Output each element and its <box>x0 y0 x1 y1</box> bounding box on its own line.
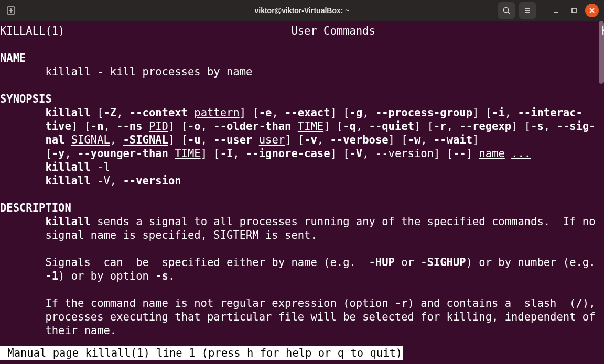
blank-line <box>0 242 604 256</box>
man-header-line: KILLALL(1) User Commands KILLALL(1) <box>0 24 604 38</box>
close-button[interactable] <box>585 4 599 17</box>
desc-line-6: processes executing that particular file… <box>0 310 604 324</box>
new-tab-icon[interactable] <box>5 5 17 16</box>
header-center: User Commands <box>291 25 375 37</box>
desc-line-2: signal name is specified, SIGTERM is sen… <box>0 228 604 242</box>
svg-rect-9 <box>572 8 576 13</box>
desc-line-1: killall sends a signal to all processes … <box>0 215 604 228</box>
minimize-button[interactable] <box>549 4 563 17</box>
name-line: killall - kill processes by name <box>0 65 604 79</box>
synopsis-heading: SYNOPSIS <box>0 92 604 106</box>
svg-point-3 <box>504 8 509 13</box>
desc-line-4: -1) or by option -s. <box>0 269 604 283</box>
terminal-content[interactable]: KILLALL(1) User Commands KILLALL(1) NAME… <box>0 21 604 337</box>
terminal-window: viktor@viktor-VirtualBox: ~ KILLALL(1) <box>0 0 604 364</box>
blank-line <box>0 38 604 51</box>
description-heading: DESCRIPTION <box>0 201 604 215</box>
synopsis-line-5: killall -l <box>0 160 604 174</box>
header-left: KILLALL(1) <box>0 25 64 37</box>
desc-line-7: their name. <box>0 324 604 337</box>
scrollbar-thumb[interactable] <box>599 21 604 84</box>
blank-line <box>0 79 604 92</box>
synopsis-line-2: tive] [-n, --ns PID] [-o, --older-than T… <box>0 119 604 133</box>
menu-button[interactable] <box>519 2 536 19</box>
synopsis-line-4: [-y, --younger-than TIME] [-I, --ignore-… <box>0 147 604 160</box>
name-heading: NAME <box>0 51 604 65</box>
scrollbar-track[interactable] <box>599 21 604 364</box>
svg-line-4 <box>508 12 510 14</box>
blank-line <box>0 187 604 201</box>
synopsis-line-3: nal SIGNAL, -SIGNAL] [-u, --user user] [… <box>0 133 604 147</box>
desc-line-3: Signals can be specified either by name … <box>0 256 604 269</box>
synopsis-line-1: killall [-Z, --context pattern] [-e, --e… <box>0 106 604 119</box>
blank-line <box>0 283 604 296</box>
titlebar-left <box>0 0 20 21</box>
maximize-button[interactable] <box>567 4 581 17</box>
synopsis-line-6: killall -V, --version <box>0 174 604 187</box>
man-status-line: Manual page killall(1) line 1 (press h f… <box>0 346 403 360</box>
search-button[interactable] <box>498 2 515 19</box>
desc-line-5: If the command name is not regular expre… <box>0 296 604 310</box>
titlebar: viktor@viktor-VirtualBox: ~ <box>0 0 604 21</box>
titlebar-right <box>498 2 604 19</box>
